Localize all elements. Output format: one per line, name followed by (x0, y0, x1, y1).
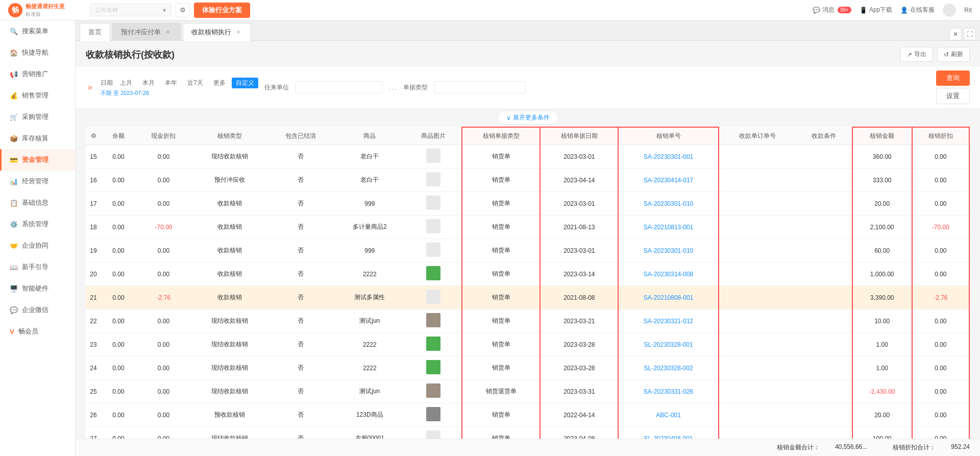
doc-no-link[interactable]: SA-20230321-012 (644, 318, 693, 325)
tab-maximize-btn[interactable]: ⛶ (964, 28, 976, 40)
cell-include-settled: 否 (268, 427, 334, 439)
filter-row: 往来单位 ... 单据类型 (264, 81, 930, 93)
cell-product-img (406, 215, 462, 239)
tab-home[interactable]: 首页 (80, 23, 110, 41)
cell-verify-doc-date: 2022-04-14 (540, 403, 618, 427)
sidebar-item-sales[interactable]: 💰 销售管理 (0, 85, 75, 106)
settings-btn[interactable]: 设置 (936, 88, 970, 104)
footer-total-amount: 40,556,66... (835, 443, 867, 452)
sidebar-item-system[interactable]: ⚙️ 系统管理 (0, 213, 75, 235)
cell-verify-doc-no[interactable]: ABC-001 (618, 403, 718, 427)
cell-verify-doc-no[interactable]: SA-20230321-012 (618, 309, 718, 333)
date-chip-this-year[interactable]: 本年 (161, 78, 181, 88)
doc-no-link[interactable]: SL-20230328-001 (644, 341, 693, 348)
cell-verify-doc-no[interactable]: SA-20230301-010 (618, 239, 718, 262)
date-chip-this-month[interactable]: 本月 (138, 78, 159, 88)
cell-receipt-condition (796, 262, 852, 286)
cell-verify-doc-no[interactable]: SA-20230314-008 (618, 262, 718, 286)
date-chip-7days[interactable]: 近7天 (183, 78, 207, 88)
doc-no-link[interactable]: SA-20210808-001 (644, 294, 693, 301)
sidebar-item-search[interactable]: 🔍 搜索菜单 (0, 20, 75, 42)
tab-receivable-close[interactable]: × (234, 28, 242, 36)
sidebar-item-hardware[interactable]: 🖥️ 智能硬件 (0, 278, 75, 299)
cell-verify-type: 现结收款核销 (191, 427, 268, 439)
sidebar-item-marketing[interactable]: 📢 营销推广 (0, 63, 75, 85)
cell-verify-doc-date: 2023-03-31 (540, 380, 618, 403)
app-download-item[interactable]: 📱 App下载 (860, 6, 892, 14)
messages-item[interactable]: 💬 消息 99+ (813, 6, 851, 14)
table-container[interactable]: ⚙ 余额 现金折扣 核销类型 包含已结清 商品 商品图片 核销单据类型 核销单据… (76, 127, 980, 439)
tab-receivable[interactable]: 收款核销执行 × (183, 23, 251, 41)
online-service-item[interactable]: 👤 在线客服 (900, 6, 935, 14)
doc-type-select[interactable] (434, 81, 526, 93)
sidebar-item-operation[interactable]: 📊 经营管理 (0, 171, 75, 192)
cell-verify-doc-date: 2023-03-28 (540, 333, 618, 356)
cell-cash-discount: 0.00 (136, 262, 191, 286)
sidebar-item-inventory[interactable]: 📦 库存核算 (0, 128, 75, 149)
cell-verify-doc-no[interactable]: SA-20230331-026 (618, 380, 718, 403)
doc-no-link[interactable]: SA-20210813-001 (644, 224, 693, 231)
sidebar-item-purchase[interactable]: 🛒 采购管理 (0, 106, 75, 128)
cell-verify-type: 收款核销 (191, 239, 268, 262)
cell-include-settled: 否 (268, 309, 334, 333)
service-icon: 👤 (900, 7, 908, 14)
doc-no-link[interactable]: SA-20230314-008 (644, 271, 693, 278)
sidebar-item-enterprise[interactable]: 🤝 企业协同 (0, 235, 75, 256)
tab-close-all-btn[interactable]: ✕ (949, 28, 962, 40)
sidebar-item-member[interactable]: V 畅会员 (0, 321, 75, 342)
cell-product: 2222 (334, 333, 406, 356)
query-btn[interactable]: 查询 (936, 70, 970, 86)
page-title: 收款核销执行(按收款) (86, 49, 175, 61)
doc-no-link[interactable]: SL-20230408-001 (644, 435, 693, 439)
sidebar-item-guide[interactable]: 📖 新手引导 (0, 256, 75, 278)
cell-receipt-condition (796, 427, 852, 439)
date-chips: 上月 本月 本年 近7天 更多 自定义 (116, 78, 258, 88)
tab-prepay[interactable]: 预付冲应付单 × (112, 23, 181, 41)
doc-no-link[interactable]: SA-20230301-010 (644, 247, 693, 254)
doc-no-link[interactable]: SA-20230301-010 (644, 200, 693, 207)
cell-product: 测试jun (334, 380, 406, 403)
user-avatar[interactable] (943, 4, 956, 17)
cell-verify-doc-no[interactable]: SA-20230414-017 (618, 169, 718, 192)
cell-verify-doc-no[interactable]: SA-20210808-001 (618, 286, 718, 309)
settings-gear-btn[interactable]: ⚙ (176, 3, 190, 17)
refresh-btn[interactable]: ↺ 刷新 (937, 47, 970, 62)
date-chip-more[interactable]: 更多 (209, 78, 230, 88)
doc-no-link[interactable]: SA-20230331-026 (644, 388, 693, 395)
cell-balance: 0.00 (101, 145, 136, 169)
cell-verify-doc-no[interactable]: SL-20230408-001 (618, 427, 718, 439)
date-chip-last-month[interactable]: 上月 (116, 78, 136, 88)
cell-verify-doc-no[interactable]: SL-20230328-001 (618, 333, 718, 356)
cell-verify-amount: 100.00 (852, 427, 912, 439)
export-btn[interactable]: ↗ 导出 (900, 47, 933, 62)
data-table: ⚙ 余额 现金折扣 核销类型 包含已结清 商品 商品图片 核销单据类型 核销单据… (86, 127, 970, 439)
doc-no-link[interactable]: ABC-001 (656, 412, 681, 419)
trial-btn[interactable]: 体验行业方案 (194, 3, 250, 18)
sidebar-item-shortcut[interactable]: 🏠 快捷导航 (0, 42, 75, 63)
tab-prepay-close[interactable]: × (164, 28, 172, 36)
sidebar-item-finance[interactable]: 💳 资金管理 (0, 149, 75, 171)
cell-verify-doc-no[interactable]: SA-20230301-001 (618, 145, 718, 169)
cell-verify-doc-no[interactable]: SA-20230301-010 (618, 192, 718, 215)
cell-verify-amount: 10.00 (852, 309, 912, 333)
cell-verify-discount: 0.00 (912, 239, 969, 262)
cell-verify-doc-no[interactable]: SL-20230328-002 (618, 356, 718, 380)
company-selector[interactable]: 公司名称 ▾ (90, 4, 172, 16)
filter-expand-arrow[interactable]: » (86, 81, 94, 94)
expand-more-btn[interactable]: ∨ 展开更多条件 (498, 111, 558, 125)
date-chip-custom[interactable]: 自定义 (232, 78, 258, 88)
cell-id: 22 (86, 309, 101, 333)
guide-icon: 📖 (10, 263, 18, 271)
partner-input[interactable] (295, 81, 383, 93)
col-settings[interactable]: ⚙ (86, 127, 101, 145)
cell-verify-doc-no[interactable]: SA-20210813-001 (618, 215, 718, 239)
doc-no-link[interactable]: SA-20230414-017 (644, 177, 693, 184)
doc-no-link[interactable]: SL-20230328-002 (644, 365, 693, 372)
cell-balance: 0.00 (101, 169, 136, 192)
doc-no-link[interactable]: SA-20230301-001 (644, 153, 693, 160)
cell-id: 17 (86, 192, 101, 215)
sidebar-item-basic[interactable]: 📋 基础信息 (0, 192, 75, 213)
page-actions: ↗ 导出 ↺ 刷新 (900, 47, 970, 62)
cell-id: 23 (86, 333, 101, 356)
sidebar-item-wechat[interactable]: 💬 企业微信 (0, 299, 75, 321)
